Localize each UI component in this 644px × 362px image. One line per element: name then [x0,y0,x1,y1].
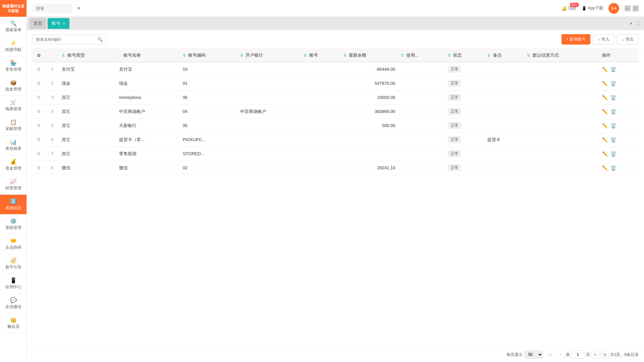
sidebar-item-capital-mgmt[interactable]: 💰 资金管理 [0,155,26,175]
row-usage [398,62,445,76]
sidebar-item-operation-mgmt[interactable]: 📈 经营管理 [0,175,26,195]
tab-expand-button[interactable]: ⛶ [635,20,641,26]
delete-icon[interactable]: 🗑️ [610,165,616,171]
delete-icon[interactable]: 🗑️ [610,151,616,157]
sidebar-item-enterprise-agreement[interactable]: 🤝 企业协同 [0,234,26,254]
sidebar-item-app-center[interactable]: 📱 应用中心 [0,274,26,294]
edit-icon[interactable]: ✏️ [602,165,608,171]
edit-icon[interactable]: ✏️ [602,137,608,142]
th-balance[interactable]: ⇅ 最新余额 [341,49,398,62]
row-settings[interactable]: ⚙ [32,133,46,147]
row-name: 微信 [116,161,180,175]
row-code: 05 [180,119,237,133]
tab-home[interactable]: 首页 [30,18,46,29]
dropdown-icon[interactable]: ▼ [76,6,81,11]
status-badge: 正常 [448,108,461,115]
sidebar-item-vip-member[interactable]: 👑 畅会员 [0,313,26,333]
sidebar-item-retail-mgmt[interactable]: 🏪 零售管理 [0,56,26,76]
edit-icon[interactable]: ✏️ [602,95,608,100]
th-remark[interactable]: ⇅ 备注 [485,49,524,62]
sidebar-item-ecommerce-mgmt[interactable]: 🛒 电商管理 [0,96,26,116]
page-number-input[interactable] [571,351,585,359]
export-button[interactable]: ↓ 导出 [617,34,639,45]
basic-info-icon: ℹ️ [10,198,17,204]
row-balance [341,147,398,161]
th-gear[interactable]: ⚙ [32,49,46,62]
sidebar-item-system-mgmt[interactable]: ⚙️ 系统管理 [0,215,26,234]
row-settings[interactable]: ⚙ [32,90,46,105]
page-size-select[interactable]: 50 100 200 [525,351,543,359]
row-code: STORED... [180,147,237,161]
capital-mgmt-icon: 💰 [10,159,17,165]
row-code: PICKUPC... [180,133,237,147]
row-balance: 500.00 [341,119,398,133]
app-download-label: App下载 [588,5,603,11]
row-settings[interactable]: ⚙ [32,119,46,133]
sidebar-item-enterprise-wechat[interactable]: 💬 企业微信 [0,294,26,313]
th-name[interactable]: ↑ 账号名称 [116,49,180,62]
th-status[interactable]: ⇅ 状态 [445,49,485,62]
row-code: 02 [180,161,237,175]
page-first-button[interactable]: |< [547,351,555,359]
th-usage[interactable]: ⇅ 使用... [398,49,445,62]
th-type[interactable]: ⇅ 账号类型 [59,49,116,62]
delete-icon[interactable]: 🗑️ [610,81,616,86]
sidebar-item-basic-info[interactable]: ℹ️ 基础信息 [0,195,26,215]
th-code[interactable]: ⇅ 账号编码 [180,49,237,62]
th-account[interactable]: ⇅ 账号 [301,49,340,62]
row-settings[interactable]: ⚙ [32,76,46,90]
th-bank[interactable]: ⇅ 开户银行 [237,49,301,62]
sidebar-item-beginner-guide[interactable]: 🧭 新手引导 [0,254,26,274]
add-account-button[interactable]: + 新增账号 [561,34,590,45]
row-actions: ✏️ 🗑️ [599,76,639,90]
user-avatar[interactable]: EA [608,3,619,14]
notification-button[interactable]: 🔔 消息 99+ [562,5,576,11]
tab-accounts[interactable]: 账号 ✕ [48,18,69,29]
row-num: 7 [46,147,59,161]
page-last-button[interactable]: >| [601,351,609,359]
row-usage [398,76,445,90]
delete-icon[interactable]: 🗑️ [610,109,616,114]
tab-accounts-close[interactable]: ✕ [62,21,65,26]
table-row: ⚙ 6 其它 提货卡（零... PICKUPC... 正常 提货卡 ✏️ 🗑️ [32,133,639,147]
sidebar-item-wholesale-mgmt[interactable]: 📦 批发管理 [0,76,26,96]
edit-icon[interactable]: ✏️ [602,109,608,114]
edit-icon[interactable]: ✏️ [602,123,608,128]
delete-icon[interactable]: 🗑️ [610,67,616,72]
delete-icon[interactable]: 🗑️ [610,137,616,142]
app-download-button[interactable]: 📱 App下载 [582,5,603,11]
search-button[interactable]: 🔍 [95,35,106,44]
app-logo: 畅捷通时生意 乐版版 [0,0,26,17]
row-account [301,62,340,76]
sidebar-item-quick-nav[interactable]: ⚡ 快捷导航 [0,37,26,56]
import-button[interactable]: ↑ 导入 [593,34,614,45]
sort-account-icon: ⇅ [304,53,307,57]
minimize-button[interactable]: ─ [625,5,631,11]
row-bank [237,90,301,105]
row-settings[interactable]: ⚙ [32,161,46,175]
sort-type-icon: ⇅ [62,53,65,57]
page-prev-button[interactable]: < [556,351,565,359]
row-settings[interactable]: ⚙ [32,147,46,161]
sidebar-item-inventory-mgmt[interactable]: 📊 库存核算 [0,135,26,155]
row-balance: -90444.00 [341,62,398,76]
edit-icon[interactable]: ✏️ [602,151,608,157]
delete-icon[interactable]: 🗑️ [610,123,616,128]
search-input[interactable] [33,35,95,44]
sidebar-item-search-menu[interactable]: 🔍 搜索菜单 [0,17,26,37]
delete-icon[interactable]: 🗑️ [610,95,616,100]
edit-icon[interactable]: ✏️ [602,81,608,86]
sidebar-item-purchase-mgmt[interactable]: 📋 采购管理 [0,116,26,135]
sort-payment-icon: ⇅ [527,53,530,57]
sidebar: 畅捷通时生意 乐版版 🔍 搜索菜单 ⚡ 快捷导航 🏪 零售管理 📦 批发管理 🛒… [0,0,27,362]
top-search-input[interactable] [32,4,72,13]
row-default-payment [524,105,599,119]
th-default-payment[interactable]: ⇅ 默认结算方式 [524,49,599,62]
status-badge: 正常 [448,122,461,129]
edit-icon[interactable]: ✏️ [602,67,608,72]
page-next-button[interactable]: > [591,351,599,359]
row-settings[interactable]: ⚙ [32,105,46,119]
tab-close-button[interactable]: ✕ [628,20,634,26]
maximize-button[interactable]: □ [633,5,639,11]
row-settings[interactable]: ⚙ [32,62,46,76]
